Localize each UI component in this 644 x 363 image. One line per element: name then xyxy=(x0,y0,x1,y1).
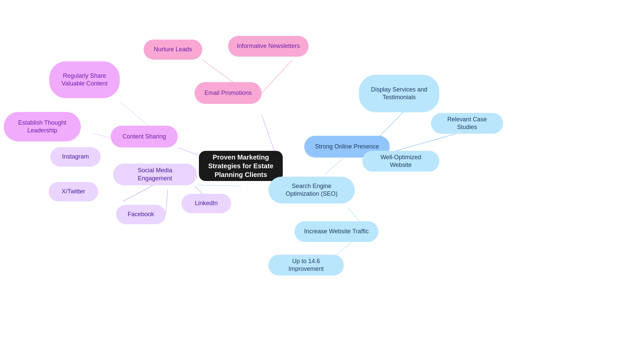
svg-line-3 xyxy=(325,158,344,174)
informative-newsletters-node: Informative Newsletters xyxy=(228,36,309,57)
relevant-case-node: Relevant Case Studies xyxy=(431,113,503,134)
regularly-share-node: Regularly Share Valuable Content xyxy=(49,61,120,98)
seo-node: Search Engine Optimization (SEO) xyxy=(268,177,355,203)
nurture-leads-node: Nurture Leads xyxy=(144,40,202,60)
well-optimized-node: Well-Optimized Website xyxy=(362,151,439,172)
svg-line-10 xyxy=(123,184,155,201)
svg-line-17 xyxy=(335,242,352,255)
display-services-node: Display Services and Testimonials xyxy=(359,75,439,112)
x-twitter-node: X/Twitter xyxy=(49,182,98,201)
social-media-node: Social Media Engagement xyxy=(113,164,197,185)
center-node: Proven Marketing Strategies for Estate P… xyxy=(199,151,283,181)
instagram-node: Instagram xyxy=(50,147,101,167)
email-promotions-node: Email Promotions xyxy=(195,82,262,104)
facebook-node: Facebook xyxy=(116,205,166,224)
establish-thought-node: Establish Thought Leadership xyxy=(4,112,81,141)
svg-line-6 xyxy=(262,60,292,93)
svg-line-14 xyxy=(396,132,463,151)
increase-traffic-node: Increase Website Traffic xyxy=(294,221,378,242)
improvement-node: Up to 14.6 Improvement xyxy=(268,255,344,276)
content-sharing-node: Content Sharing xyxy=(111,126,178,147)
svg-line-11 xyxy=(166,189,168,215)
svg-line-2 xyxy=(197,185,241,186)
linkedin-node: LinkedIn xyxy=(181,194,231,213)
